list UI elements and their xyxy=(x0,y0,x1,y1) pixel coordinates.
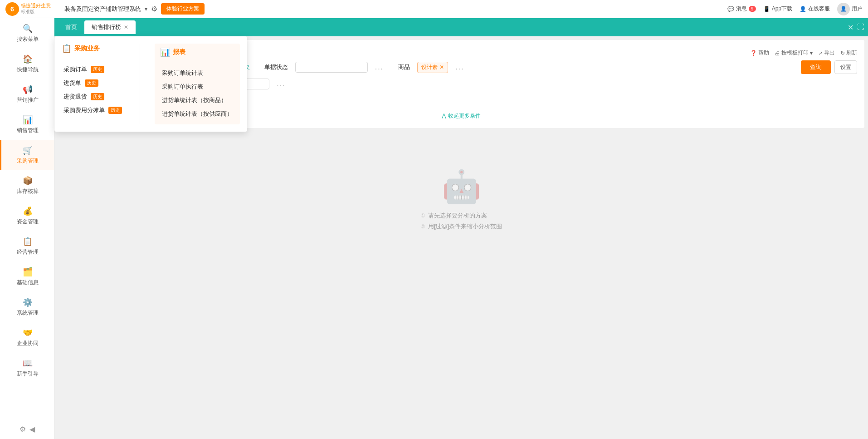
folder-icon: 🗂️ xyxy=(23,267,33,277)
sidebar-item-system[interactable]: ⚙️ 系统管理 xyxy=(0,292,54,322)
status-dots[interactable]: ... xyxy=(375,63,384,71)
menu-item-order-exec[interactable]: 采购订单执行表 xyxy=(160,80,234,94)
tab-home-label: 首页 xyxy=(65,23,77,31)
menu-item-purchase-inbound[interactable]: 进货单 历史 xyxy=(62,76,125,90)
empty-robot-icon: 🤖 xyxy=(439,168,484,205)
sidebar-item-enterprise[interactable]: 🤝 企业协同 xyxy=(0,322,54,353)
system-dropdown-arrow[interactable]: ▾ xyxy=(145,6,147,12)
salesman-dots[interactable]: ... xyxy=(277,80,285,88)
help-icon: ❓ xyxy=(750,50,757,56)
purchase-section-label: 采购业务 xyxy=(74,44,100,53)
top-bar-middle: 装备及固定资产辅助管理系统 ▾ ⚙ 体验行业方案 xyxy=(64,3,723,15)
return-badge: 历史 xyxy=(91,93,104,100)
tab-sales-rank[interactable]: 销售排行榜 ✕ xyxy=(84,20,136,34)
sidebar-item-newbie[interactable]: 📖 新手引导 xyxy=(0,353,54,383)
empty-image: 🤖 xyxy=(439,168,484,204)
sidebar-item-operation[interactable]: 📋 经营管理 xyxy=(0,231,54,261)
query-btn[interactable]: 查询 xyxy=(801,60,831,74)
sidebar-label-enterprise: 企业协同 xyxy=(17,340,39,347)
help-btn[interactable]: ❓ 帮助 xyxy=(750,49,769,57)
main-area: 🔍 搜索菜单 🏠 快捷导航 📢 营销推广 📊 销售管理 🛒 采购管理 📦 xyxy=(0,18,868,439)
service-label: 在线客服 xyxy=(808,5,830,13)
sidebar-item-purchase[interactable]: 🛒 采购管理 xyxy=(0,140,54,170)
sidebar-label-search: 搜索菜单 xyxy=(17,35,39,43)
export-icon: ↗ xyxy=(818,50,823,56)
goods-tag-close[interactable]: ✕ xyxy=(439,64,444,70)
purchase-order-label: 采购订单 xyxy=(63,65,87,74)
empty-tip-2: 用[过滤]条件来缩小分析范围 xyxy=(420,222,502,231)
handshake-icon: 🤝 xyxy=(23,328,33,338)
dropdown-menu: 📋 采购业务 采购订单 历史 进货单 历史 进货退货 历史 采购费用分摊单 xyxy=(54,36,247,132)
tab-home[interactable]: 首页 xyxy=(58,20,84,34)
print-template-btn[interactable]: 🖨 按模板打印 ▾ xyxy=(775,49,813,57)
setting-btn[interactable]: 设置 xyxy=(834,60,857,74)
menu-item-inbound-stats-supplier[interactable]: 进货单统计表（按供应商） xyxy=(160,107,234,121)
sidebar-item-marketing[interactable]: 📢 营销推广 xyxy=(0,79,54,109)
sidebar-label-operation: 经营管理 xyxy=(17,248,39,256)
tab-close-icon[interactable]: ✕ xyxy=(124,24,128,30)
home-icon: 🏠 xyxy=(23,54,33,64)
purchase-menu-icon: 📋 xyxy=(62,44,72,54)
refresh-label: 刷新 xyxy=(846,49,857,57)
sidebar-label-sales: 销售管理 xyxy=(17,127,39,134)
gear-icon[interactable]: ⚙ xyxy=(151,5,157,13)
close-window-icon[interactable]: ✕ xyxy=(848,23,853,32)
logo-area: 6 畅捷通好生意 标准版 xyxy=(5,2,60,16)
message-btn[interactable]: 💬 消息 9 xyxy=(727,5,756,13)
help-label: 帮助 xyxy=(758,49,769,57)
return-label: 进货退货 xyxy=(63,93,87,101)
online-service-btn[interactable]: 👤 在线客服 xyxy=(800,5,830,13)
sidebar-item-basic[interactable]: 🗂️ 基础信息 xyxy=(0,261,54,292)
user-btn[interactable]: 👤 用户 xyxy=(837,3,863,15)
status-input[interactable] xyxy=(295,62,368,73)
sidebar-item-finance[interactable]: 💰 资金管理 xyxy=(0,201,54,231)
purchase-order-badge: 历史 xyxy=(91,66,104,73)
phone-icon: 📱 xyxy=(763,6,770,12)
goods-tag-text: 设计素 xyxy=(421,64,438,71)
menu-item-purchase-order[interactable]: 采购订单 历史 xyxy=(62,63,125,76)
sidebar-item-quick[interactable]: 🏠 快捷导航 xyxy=(0,49,54,79)
order-exec-label: 采购订单执行表 xyxy=(162,83,203,91)
purchase-menu-section: 📋 采购业务 采购订单 历史 进货单 历史 进货退货 历史 采购费用分摊单 xyxy=(62,44,125,124)
menu-item-purchase-expense[interactable]: 采购费用分摊单 历史 xyxy=(62,104,125,117)
app-label: App下载 xyxy=(772,5,792,13)
menu-item-inbound-stats-goods[interactable]: 进货单统计表（按商品） xyxy=(160,94,234,107)
tip1-text: 请先选择要分析的方案 xyxy=(428,212,487,220)
sidebar-label-marketing: 营销推广 xyxy=(17,96,39,104)
industry-btn[interactable]: 体验行业方案 xyxy=(161,3,205,15)
menu-item-order-stats[interactable]: 采购订单统计表 xyxy=(160,66,234,80)
message-badge: 9 xyxy=(749,6,756,12)
report-menu-icon: 📊 xyxy=(160,47,170,57)
sidebar-label-quick: 快捷导航 xyxy=(17,66,39,74)
fullscreen-icon[interactable]: ⛶ xyxy=(857,23,864,31)
export-btn[interactable]: ↗ 导出 xyxy=(818,49,835,57)
sidebar-item-inventory[interactable]: 📦 库存核算 xyxy=(0,170,54,201)
tip2-text: 用[过滤]条件来缩小分析范围 xyxy=(428,222,502,231)
menu-item-purchase-return[interactable]: 进货退货 历史 xyxy=(62,90,125,104)
clipboard-icon: 📋 xyxy=(23,237,33,247)
report-section-title: 📊 报表 xyxy=(160,47,234,61)
expense-badge: 历史 xyxy=(108,107,122,114)
goods-label: 商品 xyxy=(398,63,410,71)
system-name: 装备及固定资产辅助管理系统 xyxy=(64,5,141,13)
goods-dots[interactable]: ... xyxy=(455,63,464,71)
message-icon: 💬 xyxy=(727,6,734,12)
app-download-btn[interactable]: 📱 App下载 xyxy=(763,5,792,13)
sidebar-label-purchase: 采购管理 xyxy=(17,157,39,165)
tabs-bar: 首页 销售排行榜 ✕ ✕ ⛶ xyxy=(54,18,868,36)
user-label: 用户 xyxy=(852,5,863,13)
collapse-label: 收起更多条件 xyxy=(448,113,481,119)
sidebar-item-search[interactable]: 🔍 搜索菜单 xyxy=(0,18,54,49)
empty-tip-1: 请先选择要分析的方案 xyxy=(420,212,502,220)
settings-bottom-icon[interactable]: ⚙ xyxy=(20,425,26,434)
search-icon: 🔍 xyxy=(23,24,33,34)
cart-icon: 🛒 xyxy=(23,145,33,155)
refresh-btn[interactable]: ↻ 刷新 xyxy=(840,49,857,57)
sidebar-label-newbie: 新手引导 xyxy=(17,370,39,378)
collapse-sidebar-icon[interactable]: ◀ xyxy=(29,425,35,434)
empty-state: 🤖 请先选择要分析的方案 用[过滤]条件来缩小分析范围 xyxy=(58,132,864,270)
sidebar-item-sales[interactable]: 📊 销售管理 xyxy=(0,109,54,140)
sidebar-label-system: 系统管理 xyxy=(17,309,39,317)
logo-text: 畅捷通好生意 xyxy=(21,3,51,9)
money-icon: 💰 xyxy=(23,206,33,216)
